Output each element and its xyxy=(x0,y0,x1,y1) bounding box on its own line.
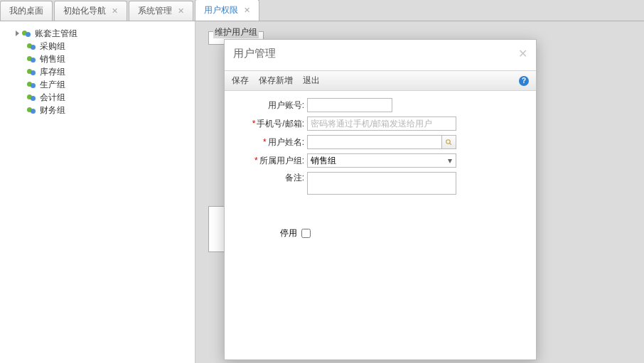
tab-init-nav[interactable]: 初始化导航 ✕ xyxy=(54,1,127,21)
tree-label: 销售组 xyxy=(40,53,65,65)
chevron-down-icon[interactable]: ▾ xyxy=(444,156,456,166)
save-button[interactable]: 保存 xyxy=(232,75,249,87)
chevron-right-icon xyxy=(16,31,19,36)
sidebar: 账套主管组 采购组 销售组 库存组 生产组 会计组 财务组 xyxy=(0,21,195,363)
account-input[interactable] xyxy=(307,98,392,112)
search-button[interactable] xyxy=(442,135,456,149)
panel-title: 维护用户组 xyxy=(213,26,259,38)
user-manage-dialog: 用户管理 ✕ 保存 保存新增 退出 ? 用户账号: *手机号/邮箱: *用户姓名… xyxy=(224,39,537,360)
group-icon xyxy=(27,106,37,114)
tab-label: 系统管理 xyxy=(138,5,172,17)
tab-desktop[interactable]: 我的桌面 xyxy=(0,1,53,21)
tab-system-mgmt[interactable]: 系统管理 ✕ xyxy=(129,1,193,21)
tree-label: 生产组 xyxy=(40,79,65,91)
tree-item[interactable]: 采购组 xyxy=(3,40,192,53)
tree-label: 财务组 xyxy=(40,104,65,117)
svg-point-0 xyxy=(446,139,451,143)
remark-label: 备注: xyxy=(236,172,307,184)
tree-item[interactable]: 库存组 xyxy=(3,65,192,78)
account-label: 用户账号: xyxy=(236,99,307,112)
close-icon[interactable]: ✕ xyxy=(112,6,118,16)
tree-label: 采购组 xyxy=(40,40,65,53)
group-value: 销售组 xyxy=(308,155,444,167)
tab-user-permission[interactable]: 用户权限 ✕ xyxy=(195,0,259,21)
tree-item[interactable]: 财务组 xyxy=(3,104,192,117)
tab-bar: 我的桌面 初始化导航 ✕ 系统管理 ✕ 用户权限 ✕ xyxy=(0,0,644,21)
tree-label: 库存组 xyxy=(40,66,65,78)
disable-label: 停用 xyxy=(280,227,297,239)
tab-label: 初始化导航 xyxy=(63,5,106,17)
username-label: *用户姓名: xyxy=(236,136,307,148)
phone-input[interactable] xyxy=(307,117,456,131)
tree-item[interactable]: 销售组 xyxy=(3,53,192,65)
tree-item[interactable]: 生产组 xyxy=(3,78,192,91)
group-select[interactable]: 销售组 ▾ xyxy=(307,153,456,168)
tree-item[interactable]: 会计组 xyxy=(3,91,192,104)
close-icon[interactable]: ✕ xyxy=(518,47,527,60)
help-icon[interactable]: ? xyxy=(519,76,529,86)
phone-label: *手机号/邮箱: xyxy=(236,118,307,130)
save-new-button[interactable]: 保存新增 xyxy=(259,75,293,87)
group-icon xyxy=(27,55,37,63)
svg-line-1 xyxy=(450,143,451,144)
username-input[interactable] xyxy=(307,135,442,149)
group-icon xyxy=(22,29,32,38)
group-icon xyxy=(27,93,37,102)
dialog-toolbar: 保存 保存新增 退出 ? xyxy=(225,70,536,91)
group-icon xyxy=(27,42,37,50)
close-icon[interactable]: ✕ xyxy=(244,6,250,15)
group-icon xyxy=(27,80,37,89)
disable-checkbox[interactable] xyxy=(301,229,311,238)
dialog-body: 用户账号: *手机号/邮箱: *用户姓名: *所属用户组: 销售组 ▾ 备注: … xyxy=(225,91,536,246)
group-icon xyxy=(27,67,37,76)
remark-input[interactable] xyxy=(307,172,456,195)
dialog-title: 用户管理 xyxy=(233,47,276,60)
group-label: *所属用户组: xyxy=(236,155,307,167)
exit-button[interactable]: 退出 xyxy=(303,75,320,87)
tree-label: 会计组 xyxy=(40,92,65,104)
tab-label: 我的桌面 xyxy=(9,5,43,17)
search-icon xyxy=(445,139,453,146)
tree-label: 账套主管组 xyxy=(35,28,77,40)
tab-label: 用户权限 xyxy=(204,4,238,16)
tree-root[interactable]: 账套主管组 xyxy=(3,27,192,40)
close-icon[interactable]: ✕ xyxy=(178,6,184,16)
